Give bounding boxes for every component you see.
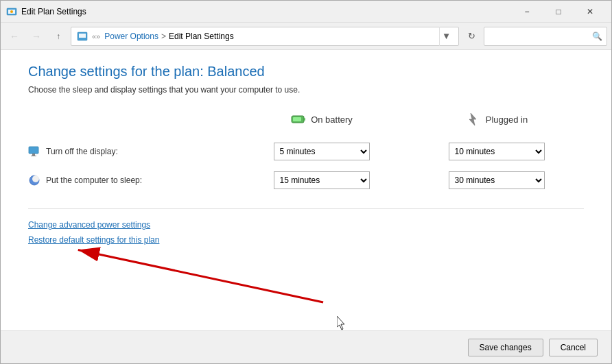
put-sleep-text: Put the computer to sleep:	[46, 175, 142, 185]
turn-off-plugged-select[interactable]: 1 minute 2 minutes 3 minutes 5 minutes 1…	[449, 143, 545, 160]
cursor	[337, 316, 348, 330]
address-dropdown-button[interactable]: ▼	[439, 27, 453, 46]
refresh-button[interactable]: ↻	[462, 27, 481, 46]
svg-marker-16	[337, 316, 344, 330]
svg-rect-7	[304, 118, 305, 121]
advanced-power-settings-link[interactable]: Change advanced power settings	[28, 220, 584, 230]
cancel-button[interactable]: Cancel	[549, 339, 598, 356]
svg-rect-4	[79, 34, 86, 38]
nav-bar: ← → ↑ «» Power Options > Edit Plan Setti…	[1, 23, 611, 50]
put-sleep-label-cell: Put the computer to sleep:	[28, 174, 234, 186]
svg-rect-9	[29, 147, 38, 154]
search-bar[interactable]: 🔍	[484, 27, 607, 46]
svg-line-15	[78, 250, 323, 302]
close-button[interactable]: ✕	[574, 1, 606, 23]
links-section: Change advanced power settings Restore d…	[28, 208, 584, 256]
window-title: Edit Plan Settings	[21, 7, 511, 16]
svg-rect-10	[32, 154, 35, 156]
window-controls: − □ ✕	[511, 1, 606, 23]
plug-icon	[465, 111, 482, 128]
search-icon[interactable]: 🔍	[592, 32, 602, 41]
put-sleep-plugged-select-cell: 1 minute 2 minutes 3 minutes 5 minutes 1…	[409, 171, 584, 189]
put-sleep-plugged-select[interactable]: 1 minute 2 minutes 3 minutes 5 minutes 1…	[449, 171, 545, 189]
plugged-in-label: Plugged in	[486, 114, 528, 125]
address-bar: «» Power Options > Edit Plan Settings ▼	[71, 27, 459, 46]
window-icon	[6, 6, 17, 17]
settings-table: On battery Plugged in Turn	[28, 111, 584, 195]
breadcrumb-current: Edit Plan Settings	[169, 32, 234, 41]
svg-point-2	[10, 10, 13, 13]
breadcrumb-separator: >	[161, 32, 166, 41]
turn-off-display-text: Turn off the display:	[46, 147, 118, 156]
restore-defaults-link[interactable]: Restore default settings for this plan	[28, 235, 584, 245]
display-icon	[28, 145, 40, 158]
search-input[interactable]	[489, 32, 592, 41]
svg-marker-8	[469, 113, 476, 125]
turn-off-battery-select[interactable]: 1 minute 2 minutes 3 minutes 5 minutes 1…	[274, 143, 370, 160]
turn-off-display-label-cell: Turn off the display:	[28, 145, 234, 158]
put-sleep-battery-select[interactable]: 1 minute 2 minutes 3 minutes 5 minutes 1…	[274, 171, 370, 189]
footer: Save changes Cancel	[1, 330, 611, 363]
on-battery-label: On battery	[311, 114, 353, 125]
title-bar: Edit Plan Settings − □ ✕	[1, 1, 611, 23]
svg-rect-6	[293, 117, 301, 121]
breadcrumb-separator-start: «»	[92, 32, 100, 40]
forward-button[interactable]: →	[27, 27, 46, 46]
address-path: Power Options > Edit Plan Settings	[104, 32, 435, 41]
battery-icon	[290, 111, 307, 128]
settings-header: On battery Plugged in	[28, 111, 584, 134]
address-icon	[77, 31, 88, 42]
turn-off-display-row: Turn off the display: 1 minute 2 minutes…	[28, 137, 584, 166]
back-button[interactable]: ←	[5, 27, 24, 46]
sleep-icon	[28, 174, 40, 186]
window: Edit Plan Settings − □ ✕ ← → ↑ «» Power …	[0, 0, 612, 364]
svg-rect-11	[31, 156, 36, 156]
save-changes-button[interactable]: Save changes	[468, 339, 543, 356]
turn-off-battery-select-cell: 1 minute 2 minutes 3 minutes 5 minutes 1…	[234, 143, 409, 160]
plugged-in-header: Plugged in	[409, 111, 584, 128]
up-button[interactable]: ↑	[49, 27, 68, 46]
on-battery-header: On battery	[234, 111, 409, 128]
minimize-button[interactable]: −	[511, 1, 543, 23]
content-area: Change settings for the plan: Balanced C…	[1, 50, 611, 330]
put-sleep-row: Put the computer to sleep: 1 minute 2 mi…	[28, 166, 584, 195]
breadcrumb-power-options[interactable]: Power Options	[104, 32, 158, 41]
maximize-button[interactable]: □	[543, 1, 574, 23]
page-title: Change settings for the plan: Balanced	[28, 64, 584, 80]
page-subtitle: Choose the sleep and display settings th…	[28, 85, 584, 95]
turn-off-plugged-select-cell: 1 minute 2 minutes 3 minutes 5 minutes 1…	[409, 143, 584, 160]
put-sleep-battery-select-cell: 1 minute 2 minutes 3 minutes 5 minutes 1…	[234, 171, 409, 189]
svg-point-13	[32, 175, 39, 182]
